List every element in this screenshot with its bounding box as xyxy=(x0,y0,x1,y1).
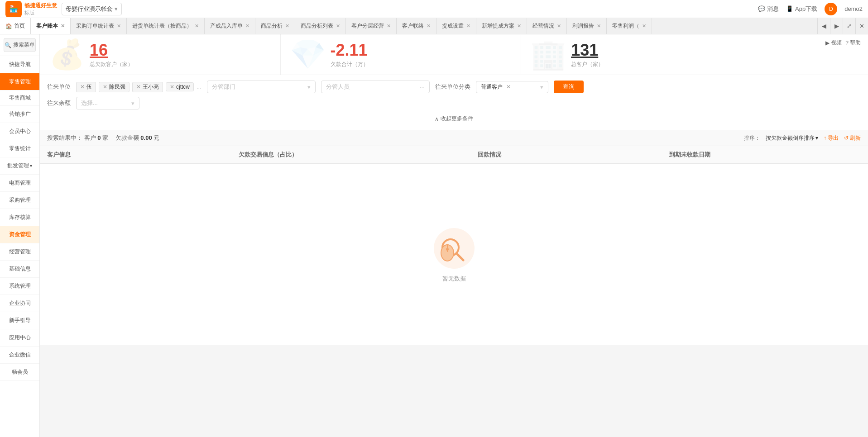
col-customer-info: 客户信息 xyxy=(47,151,239,159)
empty-illustration xyxy=(432,226,477,271)
table-header: 客户信息 欠款交易信息（占比） 回款情况 到期未收款日期 xyxy=(40,146,868,164)
user-avatar[interactable]: D xyxy=(825,3,837,15)
help-btn[interactable]: ? 帮助 xyxy=(845,39,861,47)
tab-customer-contact-close[interactable]: ✕ xyxy=(427,23,431,29)
mobile-icon: 📱 xyxy=(786,5,793,12)
tab-product-warehousing-close[interactable]: ✕ xyxy=(245,23,249,29)
video-btn[interactable]: ▶ 视频 xyxy=(825,39,842,47)
tab-product-analysis-list-close[interactable]: ✕ xyxy=(336,23,340,29)
sidebar-item-marketing[interactable]: 营销推广 xyxy=(0,106,39,123)
sidebar-item-ecommerce[interactable]: 电商管理 xyxy=(0,175,39,192)
tab-close-all-btn[interactable]: ✕ xyxy=(855,18,868,34)
tab-customer-contact[interactable]: 客户联络 ✕ xyxy=(397,18,436,34)
workspace-selector[interactable]: 母婴行业演示帐套 ▾ xyxy=(62,3,122,15)
stat-total-debt: 💎 -2.11 欠款合计（万） xyxy=(281,34,522,75)
sidebar-item-quick-nav[interactable]: 快捷导航 xyxy=(0,56,39,73)
tab-expand-btn[interactable]: ⤢ xyxy=(843,18,855,34)
query-btn[interactable]: 查询 xyxy=(554,81,584,93)
tab-prev-btn[interactable]: ◀ xyxy=(817,18,830,34)
empty-text: 暂无数据 xyxy=(442,275,466,283)
sidebar-item-retail-stats[interactable]: 零售统计 xyxy=(0,140,39,157)
unit-category-select[interactable]: 普通客户 ✕ ▾ xyxy=(476,81,548,93)
filter-more-tags-btn[interactable]: ... xyxy=(197,84,201,90)
tab-product-warehousing[interactable]: 产成品入库单 ✕ xyxy=(205,18,255,34)
tab-accounts-close[interactable]: ✕ xyxy=(61,23,65,29)
stat-total-customers: 💰 16 总欠款客户（家） xyxy=(40,34,281,75)
stat-info-2: -2.11 欠款合计（万） xyxy=(331,41,369,68)
sort-value-btn[interactable]: 按欠款金额倒序排序 ▾ xyxy=(766,134,818,142)
collapse-up-icon: ∧ xyxy=(435,116,439,122)
tab-next-btn[interactable]: ▶ xyxy=(830,18,843,34)
sidebar-item-inventory[interactable]: 库存核算 xyxy=(0,209,39,226)
sidebar-item-app-center[interactable]: 应用中心 xyxy=(0,329,39,347)
sidebar-item-retail-mall[interactable]: 零售商城 xyxy=(0,90,39,106)
sidebar-item-wholesale[interactable]: 批发管理 ▾ xyxy=(0,157,39,175)
tab-operations-close[interactable]: ✕ xyxy=(557,23,561,29)
total-customers-label: 总欠款客户（家） xyxy=(90,61,133,68)
sidebar-item-membership[interactable]: 会员中心 xyxy=(0,123,39,140)
filter-tag-x-1[interactable]: ✕ xyxy=(103,84,107,90)
filter-tag-x-2[interactable]: ✕ xyxy=(136,84,141,90)
filter-tag-x-0[interactable]: ✕ xyxy=(80,84,85,90)
refresh-icon: ↺ xyxy=(844,135,849,141)
tab-product-analysis-list[interactable]: 商品分析列表 ✕ xyxy=(295,18,346,34)
filter-tag-x-3[interactable]: ✕ xyxy=(170,84,174,90)
collapse-btn[interactable]: ∧ 收起更多条件 xyxy=(47,113,861,124)
stats-row: 💰 16 总欠款客户（家） 💎 -2.11 欠款合计（万） 🏢 131 xyxy=(40,34,868,75)
tab-retail-profit-close[interactable]: ✕ xyxy=(642,23,646,29)
person-select[interactable]: 分管人员 ··· xyxy=(321,81,430,93)
sort-label: 排序： xyxy=(744,134,760,142)
sidebar-item-vip[interactable]: 畅会员 xyxy=(0,364,39,381)
filter-tag-label-customer: 普通客户 xyxy=(481,83,503,91)
refresh-btn[interactable]: ↺ 刷新 xyxy=(844,134,861,142)
tab-product-analysis[interactable]: 商品分析 ✕ xyxy=(255,18,295,34)
balance-placeholder: 选择... xyxy=(81,99,98,107)
tab-operations[interactable]: 经营情况 ✕ xyxy=(527,18,567,34)
sidebar-item-retail[interactable]: 零售管理 xyxy=(0,73,39,90)
sidebar-item-finance[interactable]: 资金管理 xyxy=(0,226,39,243)
export-btn[interactable]: ↑ 导出 xyxy=(824,134,839,142)
tab-purchase-stats-close[interactable]: ✕ xyxy=(195,23,199,29)
tab-purchase-orders[interactable]: 采购订单统计表 ✕ xyxy=(71,18,127,34)
tab-profit-report-close[interactable]: ✕ xyxy=(597,23,601,29)
filter-row-2: 往来余额 选择... ▾ xyxy=(47,97,861,109)
tab-new-promotion[interactable]: 新增提成方案 ✕ xyxy=(476,18,527,34)
department-dropdown-icon: ▾ xyxy=(307,84,311,90)
tab-profit-report[interactable]: 利润报告 ✕ xyxy=(567,18,607,34)
sidebar-item-system[interactable]: 系统管理 xyxy=(0,278,39,295)
sidebar-item-operations-mgmt[interactable]: 经营管理 xyxy=(0,243,39,261)
tab-customer-tier-close[interactable]: ✕ xyxy=(387,23,391,29)
col-payment-status: 回款情况 xyxy=(478,151,669,159)
tab-customer-tier[interactable]: 客户分层经营 ✕ xyxy=(346,18,397,34)
message-btn[interactable]: 💬 消息 xyxy=(758,5,779,13)
filter-tag-x-customer[interactable]: ✕ xyxy=(506,84,511,90)
svg-point-0 xyxy=(434,228,475,269)
tab-promotion-settings-close[interactable]: ✕ xyxy=(466,23,470,29)
sort-dropdown-icon: ▾ xyxy=(815,135,818,141)
message-icon: 💬 xyxy=(758,5,765,12)
balance-select[interactable]: 选择... ▾ xyxy=(76,97,139,109)
tab-home[interactable]: 🏠 首页 xyxy=(0,18,31,34)
sidebar-search-area: 🔍 搜索菜单 xyxy=(0,34,39,56)
filter-tag-label-2: 王小亮 xyxy=(143,83,159,91)
tab-new-promotion-close[interactable]: ✕ xyxy=(517,23,521,29)
tab-retail-profit[interactable]: 零售利润（ ✕ xyxy=(607,18,652,34)
filter-row-1: 往来单位 ✕ 伍 ✕ 陈民强 ✕ 王小亮 ✕ xyxy=(47,81,861,93)
result-actions: 排序： 按欠款金额倒序排序 ▾ ↑ 导出 ↺ 刷新 xyxy=(744,134,861,142)
tab-purchase-orders-close[interactable]: ✕ xyxy=(117,23,121,29)
app-download-btn[interactable]: 📱 App下载 xyxy=(786,5,817,13)
sidebar-item-enterprise[interactable]: 企业协同 xyxy=(0,295,39,312)
department-select[interactable]: 分管部门 ▾ xyxy=(207,81,316,93)
tab-accounts[interactable]: 客户账本 ✕ xyxy=(31,18,71,34)
sidebar-item-wechat[interactable]: 企业微信 xyxy=(0,347,39,364)
total-customers-number[interactable]: 16 xyxy=(90,41,133,60)
search-menu-btn[interactable]: 🔍 搜索菜单 xyxy=(4,38,36,52)
tab-purchase-stats[interactable]: 进货单统计表（按商品） ✕ xyxy=(127,18,205,34)
tab-promotion-settings[interactable]: 提成设置 ✕ xyxy=(436,18,476,34)
tab-product-analysis-close[interactable]: ✕ xyxy=(285,23,289,29)
sidebar-item-new-user[interactable]: 新手引导 xyxy=(0,312,39,329)
help-icon: ? xyxy=(845,40,849,46)
sidebar-item-purchase[interactable]: 采购管理 xyxy=(0,192,39,209)
total-clients-number[interactable]: 131 xyxy=(571,41,604,60)
sidebar-item-base-info[interactable]: 基础信息 xyxy=(0,261,39,278)
